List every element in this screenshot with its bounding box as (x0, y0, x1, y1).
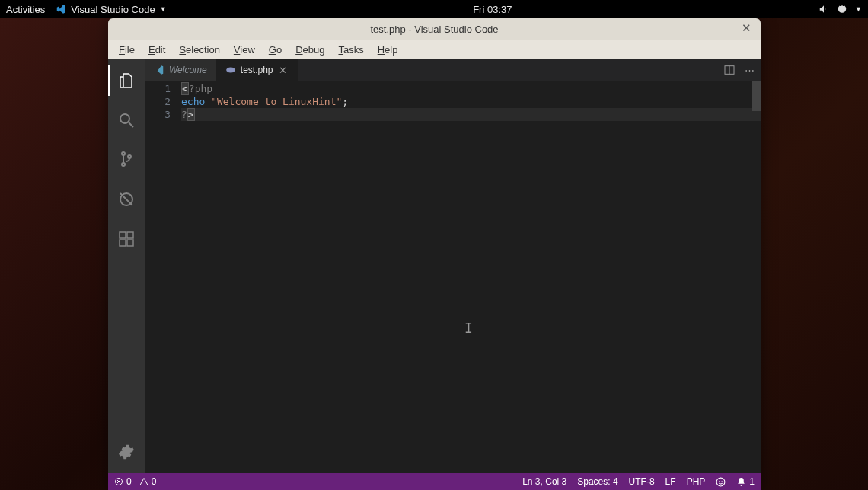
status-errors[interactable]: 0 (114, 476, 132, 487)
line-gutter: 1 2 3 (145, 81, 181, 473)
activity-bar (108, 59, 145, 473)
menu-view[interactable]: View (228, 43, 261, 57)
extensions-icon[interactable] (108, 224, 145, 254)
close-icon[interactable]: ✕ (278, 65, 289, 76)
svg-point-15 (716, 478, 725, 486)
code-area[interactable]: <?php echo "Welcome to LinuxHint"; ?> (181, 81, 761, 473)
svg-rect-7 (120, 232, 126, 238)
scrollbar[interactable] (752, 81, 761, 111)
svg-point-0 (120, 114, 129, 123)
more-icon[interactable]: ⋯ (745, 65, 755, 76)
text-cursor-icon: 𝙸 (464, 320, 473, 336)
activities-button[interactable]: Activities (6, 4, 45, 15)
menu-tasks[interactable]: Tasks (332, 43, 369, 57)
git-icon[interactable] (108, 145, 145, 175)
menubar: File Edit Selection View Go Debug Tasks … (108, 40, 761, 59)
tab-label: Welcome (169, 65, 207, 75)
svg-point-3 (122, 163, 125, 166)
line-number: 1 (145, 82, 171, 95)
menu-go[interactable]: Go (263, 43, 288, 57)
status-language[interactable]: PHP (687, 476, 706, 487)
menu-help[interactable]: Help (372, 43, 404, 57)
svg-rect-8 (127, 232, 133, 238)
chevron-down-icon: ▼ (160, 5, 167, 13)
status-bar: 0 0 Ln 3, Col 3 Spaces: 4 UTF-8 LF PHP 1 (108, 473, 761, 490)
php-icon (225, 65, 236, 75)
menu-file[interactable]: File (113, 43, 141, 57)
menu-selection[interactable]: Selection (173, 43, 225, 57)
status-encoding[interactable]: UTF-8 (629, 476, 655, 487)
vscode-icon (56, 4, 66, 14)
tab-welcome[interactable]: Welcome (145, 59, 216, 81)
svg-rect-9 (120, 240, 126, 246)
menu-debug[interactable]: Debug (289, 43, 330, 57)
status-warnings[interactable]: 0 (139, 476, 157, 487)
svg-line-1 (129, 123, 133, 127)
split-editor-icon[interactable] (723, 64, 736, 76)
tab-testphp[interactable]: test.php ✕ (216, 59, 298, 81)
files-icon[interactable] (108, 65, 145, 96)
editor[interactable]: 1 2 3 <?php echo "Welcome to LinuxHint";… (145, 81, 761, 473)
app-name-label: Visual Studio Code (71, 4, 155, 15)
clock[interactable]: Fri 03:37 (167, 4, 819, 15)
menu-edit[interactable]: Edit (142, 43, 171, 57)
status-feedback[interactable] (716, 477, 726, 487)
titlebar: test.php - Visual Studio Code ✕ (108, 18, 761, 40)
chevron-down-icon[interactable]: ▼ (855, 5, 862, 13)
svg-point-16 (720, 480, 720, 481)
gear-icon[interactable] (108, 437, 145, 467)
status-position[interactable]: Ln 3, Col 3 (522, 476, 566, 487)
status-notifications[interactable]: 1 (736, 476, 755, 487)
vscode-window: test.php - Visual Studio Code ✕ File Edi… (108, 18, 761, 490)
volume-icon[interactable] (819, 4, 829, 14)
status-eol[interactable]: LF (665, 476, 676, 487)
status-spaces[interactable]: Spaces: 4 (577, 476, 617, 487)
close-icon[interactable]: ✕ (739, 21, 753, 35)
svg-point-17 (722, 480, 723, 481)
debug-icon[interactable] (108, 184, 145, 215)
svg-point-11 (226, 68, 235, 73)
tab-label: test.php (241, 65, 273, 75)
line-number: 3 (145, 108, 171, 121)
svg-rect-10 (127, 240, 133, 246)
window-title: test.php - Visual Studio Code (370, 24, 498, 35)
line-number: 2 (145, 95, 171, 108)
power-icon[interactable] (837, 4, 847, 14)
vscode-icon (154, 65, 164, 75)
app-indicator[interactable]: Visual Studio Code ▼ (56, 4, 166, 15)
gnome-top-bar: Activities Visual Studio Code ▼ Fri 03:3… (0, 0, 868, 18)
search-icon[interactable] (108, 105, 145, 135)
tabs-bar: Welcome test.php ✕ ⋯ (145, 59, 761, 81)
